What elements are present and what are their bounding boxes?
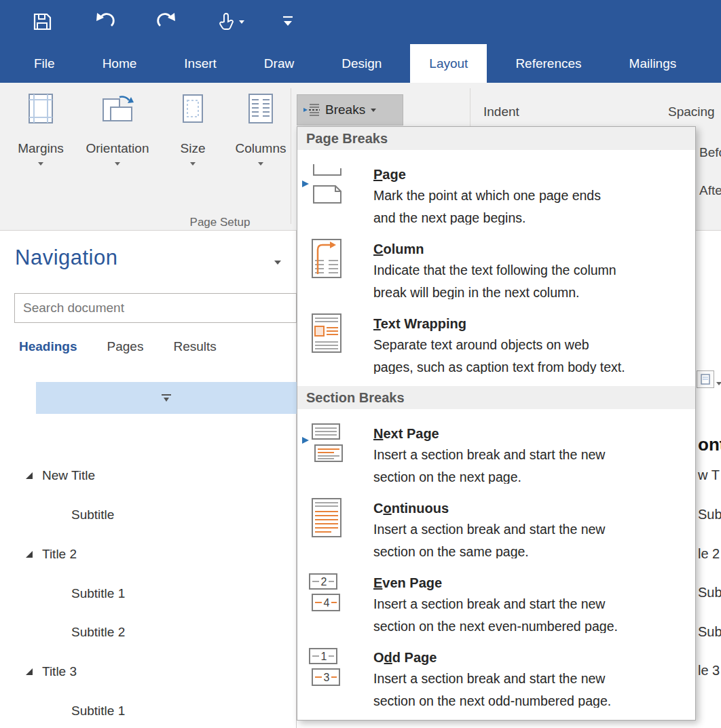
chevron-down-icon	[239, 20, 244, 24]
breaks-menu-item-next-page[interactable]: Next Page Insert a section break and sta…	[297, 409, 695, 484]
breaks-menu-item-page[interactable]: Page Mark the point at which one page en…	[297, 150, 695, 225]
menu-item-description: Insert a section break and start the new…	[373, 518, 690, 558]
document-text-fragment: le 3	[698, 663, 720, 678]
spacing-before-label-partial: Befo	[699, 145, 721, 160]
tab-mailings[interactable]: Mailings	[610, 44, 696, 83]
save-button[interactable]	[23, 5, 61, 38]
nav-tab-pages[interactable]: Pages	[107, 339, 144, 354]
collapse-triangle-icon[interactable]	[26, 668, 33, 675]
menu-item-title: Column	[373, 239, 690, 259]
nav-item-label: Subtitle	[71, 507, 114, 522]
breaks-menu-item-column[interactable]: Column Indicate that the text following …	[297, 225, 695, 299]
section-breaks-section-header: Section Breaks	[297, 386, 695, 409]
chevron-down-icon	[716, 382, 721, 385]
collapse-triangle-icon[interactable]	[26, 551, 33, 558]
tab-references[interactable]: References	[496, 44, 600, 83]
menu-item-description: Insert a section break and start the new…	[373, 593, 690, 633]
menu-item-title: Continuous	[373, 498, 690, 518]
nav-item-label: Title 3	[42, 664, 77, 679]
nav-tab-headings[interactable]: Headings	[19, 339, 77, 354]
odd-page-icon: 1 3	[301, 647, 345, 687]
size-button[interactable]: Size	[166, 92, 220, 166]
indent-label: Indent	[483, 104, 519, 119]
nav-selected-heading[interactable]	[36, 382, 297, 414]
tab-file[interactable]: File	[15, 44, 74, 83]
nav-item-title-3[interactable]: Title 3	[0, 658, 296, 685]
size-label: Size	[181, 141, 206, 156]
columns-label: Columns	[236, 141, 286, 156]
navigation-tabs: Headings Pages Results	[19, 339, 217, 354]
nav-item-subtitle-1[interactable]: Subtitle 1	[0, 580, 296, 607]
even-page-icon: 2 4	[301, 573, 345, 612]
document-text-fragment: ont	[698, 434, 721, 455]
navigation-pane: Navigation Headings Pages Results New Ti…	[0, 231, 297, 728]
breaks-menu-item-continuous[interactable]: Continuous Insert a section break and st…	[297, 484, 695, 558]
breaks-dropdown-menu: Page Breaks Page Mark the point at which…	[297, 126, 696, 721]
breaks-menu-item-text-wrapping[interactable]: Text Wrapping Separate text around objec…	[297, 299, 695, 374]
document-text-fragment: Sub	[698, 624, 721, 640]
nav-item-new-title[interactable]: New Title	[0, 462, 296, 489]
orientation-icon	[100, 92, 134, 125]
document-text-fragment: w T	[698, 467, 720, 483]
orientation-button[interactable]: Orientation	[80, 92, 155, 166]
tab-layout[interactable]: Layout	[410, 44, 487, 83]
columns-button[interactable]: Columns	[228, 92, 293, 166]
svg-text:4: 4	[324, 597, 330, 609]
page-break-icon	[301, 164, 345, 204]
document-text-fragment: Sub	[698, 507, 721, 522]
document-top-marker-icon	[161, 394, 172, 403]
chevron-down-icon	[190, 162, 196, 166]
spacing-label: Spacing	[668, 104, 715, 119]
page-setup-group-label: Page Setup	[169, 216, 271, 229]
continuous-icon	[301, 498, 345, 537]
menu-item-description: Separate text around objects on web page…	[373, 334, 690, 374]
customize-qat-icon	[280, 16, 295, 28]
undo-button[interactable]	[86, 5, 124, 38]
search-input[interactable]	[14, 293, 297, 323]
nav-item-subtitle-2[interactable]: Subtitle 2	[0, 619, 296, 646]
nav-item-label: New Title	[42, 468, 95, 483]
page-break-small-icon	[303, 102, 320, 117]
page-breaks-section-header: Page Breaks	[297, 127, 695, 150]
tab-home[interactable]: Home	[84, 44, 156, 83]
nav-item-label: Subtitle 2	[71, 625, 125, 640]
redo-button[interactable]	[148, 5, 186, 38]
document-text-fragment: Sub	[698, 585, 721, 600]
menu-item-title: Next Page	[373, 423, 690, 444]
collapse-triangle-icon[interactable]	[26, 472, 33, 479]
document-text-fragment: le 2	[698, 546, 720, 562]
orientation-label: Orientation	[86, 141, 149, 156]
svg-text:3: 3	[324, 672, 330, 683]
nav-item-subtitle[interactable]: Subtitle	[0, 501, 296, 529]
svg-text:1: 1	[321, 651, 327, 662]
breaks-menu-item-even-page[interactable]: 2 4 Even Page Insert a section break and…	[297, 558, 695, 633]
partial-dropdown-button[interactable]	[697, 370, 721, 388]
tab-draw[interactable]: Draw	[245, 44, 313, 83]
ribbon-tab-bar: File Home Insert Draw Design Layout Refe…	[0, 44, 721, 83]
tab-insert[interactable]: Insert	[165, 44, 236, 83]
navigation-options-caret[interactable]	[274, 261, 281, 265]
nav-item-label: Subtitle 1	[71, 586, 125, 601]
touch-mode-button[interactable]	[206, 5, 255, 38]
menu-item-description: Indicate that the text following the col…	[373, 259, 690, 299]
customize-qat-button[interactable]	[269, 5, 307, 38]
margins-button[interactable]: Margins	[10, 92, 72, 166]
nav-item-subtitle-1b[interactable]: Subtitle 1	[0, 697, 296, 725]
menu-item-title: Even Page	[373, 573, 690, 593]
breaks-menu-item-odd-page[interactable]: 1 3 Odd Page Insert a section break and …	[297, 633, 695, 708]
tab-design[interactable]: Design	[322, 44, 401, 83]
svg-text:2: 2	[321, 576, 327, 588]
style-box-icon	[697, 370, 714, 388]
nav-tab-results[interactable]: Results	[173, 339, 216, 354]
chevron-down-icon	[371, 109, 376, 112]
menu-item-description: Insert a section break and start the new…	[373, 668, 690, 708]
columns-icon	[244, 92, 277, 125]
redo-icon	[157, 12, 177, 31]
next-page-icon	[301, 423, 345, 463]
nav-item-title-2[interactable]: Title 2	[0, 541, 296, 568]
breaks-button[interactable]: Breaks	[297, 94, 403, 126]
size-icon	[177, 92, 209, 125]
chevron-down-icon	[38, 162, 43, 166]
column-break-icon	[301, 239, 345, 278]
chevron-down-icon	[115, 162, 120, 166]
